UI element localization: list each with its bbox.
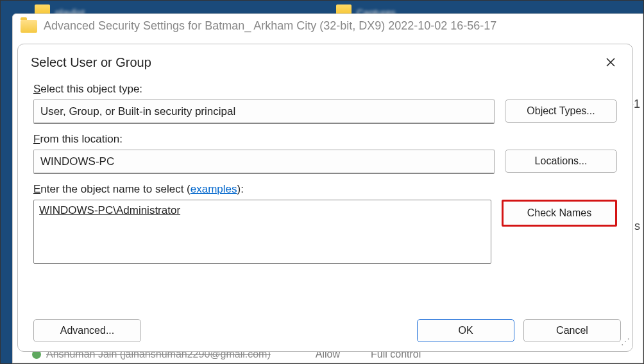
close-icon <box>606 57 616 67</box>
object-types-button[interactable]: Object Types... <box>505 100 617 123</box>
ok-button[interactable]: OK <box>417 319 514 342</box>
object-name-label: Enter the object name to select (example… <box>33 183 617 196</box>
examples-link[interactable]: examples <box>191 183 237 195</box>
object-type-field[interactable]: User, Group, or Built-in security princi… <box>33 100 495 124</box>
close-button[interactable] <box>602 53 620 71</box>
location-label: rom this location: <box>40 133 123 145</box>
desktop-left-edge <box>1 1 12 363</box>
folder-icon <box>21 20 37 33</box>
cancel-button[interactable]: Cancel <box>523 319 621 342</box>
check-names-button[interactable]: Check Names <box>502 200 617 227</box>
location-field[interactable]: WINDOWS-PC <box>33 150 495 174</box>
object-name-input[interactable]: WINDOWS-PC\Administrator <box>33 200 491 264</box>
resize-grip-icon[interactable]: ⋰ <box>621 340 630 349</box>
dialog-title: Select User or Group <box>31 55 151 70</box>
parent-window-titlebar[interactable]: Advanced Security Settings for Batman_ A… <box>13 14 643 38</box>
advanced-button[interactable]: Advanced... <box>33 319 141 342</box>
object-type-label: elect this object type: <box>40 83 142 95</box>
locations-button[interactable]: Locations... <box>505 150 617 173</box>
parent-window-title: Advanced Security Settings for Batman_ A… <box>44 19 496 33</box>
select-user-or-group-dialog: Select User or Group Select this object … <box>17 44 633 352</box>
